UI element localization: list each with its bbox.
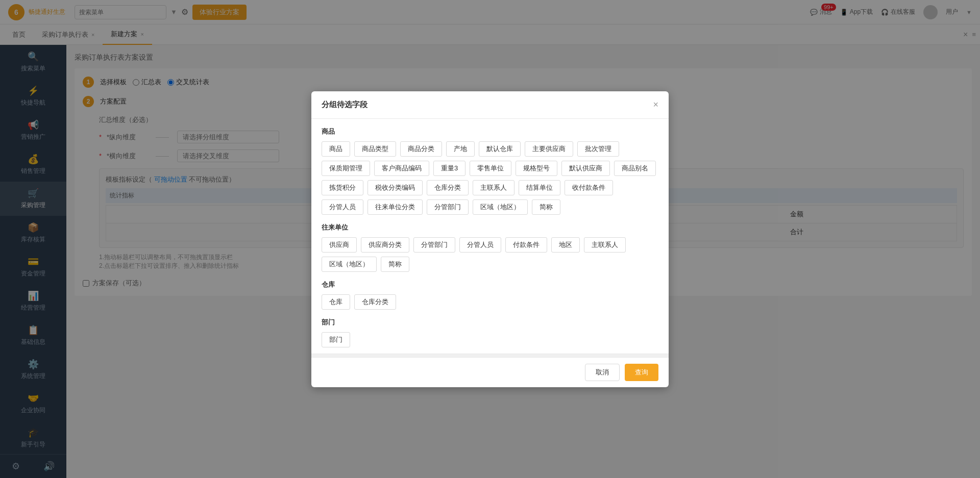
- field-tag[interactable]: 分管部门: [413, 237, 455, 253]
- field-section: 部门部门: [322, 318, 658, 347]
- field-tag[interactable]: 分管人员: [459, 237, 501, 253]
- modal-overlay: 分组待选字段 × 商品商品商品类型商品分类产地默认仓库主要供应商批次管理保质期管…: [0, 0, 980, 478]
- field-tag[interactable]: 商品类型: [354, 141, 396, 157]
- field-tag[interactable]: 区域（地区）: [473, 199, 528, 215]
- field-section: 仓库仓库仓库分类: [322, 280, 658, 310]
- field-tag[interactable]: 商品: [322, 141, 350, 157]
- field-tag[interactable]: 地区: [551, 237, 580, 253]
- field-tag[interactable]: 产地: [446, 141, 475, 157]
- field-section: 往来单位供应商供应商分类分管部门分管人员付款条件地区主联系人区域（地区）简称: [322, 223, 658, 272]
- field-tag[interactable]: 客户商品编码: [374, 161, 429, 176]
- modal-close-button[interactable]: ×: [653, 99, 658, 110]
- field-tag[interactable]: 部门: [322, 332, 350, 347]
- field-tag[interactable]: 重量3: [433, 161, 465, 176]
- field-tag[interactable]: 主联系人: [473, 180, 514, 195]
- field-tag[interactable]: 拣货积分: [322, 180, 363, 195]
- field-tag[interactable]: 分管部门: [427, 199, 469, 215]
- field-tag[interactable]: 分管人员: [322, 199, 363, 215]
- field-tag[interactable]: 默认供应商: [561, 161, 610, 176]
- field-tags: 供应商供应商分类分管部门分管人员付款条件地区主联系人区域（地区）简称: [322, 237, 658, 272]
- field-tag[interactable]: 仓库: [322, 294, 350, 310]
- field-tags: 商品商品类型商品分类产地默认仓库主要供应商批次管理保质期管理客户商品编码重量3零…: [322, 141, 658, 215]
- field-tag[interactable]: 结算单位: [519, 180, 560, 195]
- field-tag[interactable]: 简称: [532, 199, 560, 215]
- modal: 分组待选字段 × 商品商品商品类型商品分类产地默认仓库主要供应商批次管理保质期管…: [311, 91, 669, 387]
- field-tag[interactable]: 零售单位: [470, 161, 511, 176]
- field-tag[interactable]: 保质期管理: [322, 161, 370, 176]
- modal-header: 分组待选字段 ×: [311, 91, 669, 119]
- modal-footer: 取消 查询: [311, 357, 669, 387]
- field-tag[interactable]: 主联系人: [584, 237, 626, 253]
- field-tag[interactable]: 税收分类编码: [368, 180, 423, 195]
- field-section-title: 仓库: [322, 280, 658, 289]
- field-section-title: 部门: [322, 318, 658, 327]
- field-tag[interactable]: 付款条件: [505, 237, 547, 253]
- modal-body: 商品商品商品类型商品分类产地默认仓库主要供应商批次管理保质期管理客户商品编码重量…: [311, 119, 669, 354]
- cancel-button[interactable]: 取消: [585, 364, 620, 381]
- field-tag[interactable]: 商品别名: [614, 161, 656, 176]
- field-tag[interactable]: 仓库分类: [427, 180, 469, 195]
- field-tags: 仓库仓库分类: [322, 294, 658, 310]
- field-section: 商品商品商品类型商品分类产地默认仓库主要供应商批次管理保质期管理客户商品编码重量…: [322, 127, 658, 215]
- field-tag[interactable]: 供应商分类: [361, 237, 409, 253]
- field-tag[interactable]: 往来单位分类: [368, 199, 423, 215]
- modal-title: 分组待选字段: [322, 100, 368, 110]
- field-tag[interactable]: 默认仓库: [479, 141, 521, 157]
- field-tags: 部门: [322, 332, 658, 347]
- field-tag[interactable]: 批次管理: [577, 141, 619, 157]
- field-tag[interactable]: 仓库分类: [354, 294, 396, 310]
- field-section-title: 商品: [322, 127, 658, 136]
- field-tag[interactable]: 收付款条件: [565, 180, 613, 195]
- field-tag[interactable]: 商品分类: [400, 141, 442, 157]
- field-tag[interactable]: 区域（地区）: [322, 257, 377, 272]
- confirm-button[interactable]: 查询: [625, 364, 658, 381]
- field-tag[interactable]: 主要供应商: [525, 141, 573, 157]
- field-section-title: 往来单位: [322, 223, 658, 232]
- field-tag[interactable]: 简称: [381, 257, 409, 272]
- field-tag[interactable]: 规格型号: [516, 161, 557, 176]
- field-tag[interactable]: 供应商: [322, 237, 357, 253]
